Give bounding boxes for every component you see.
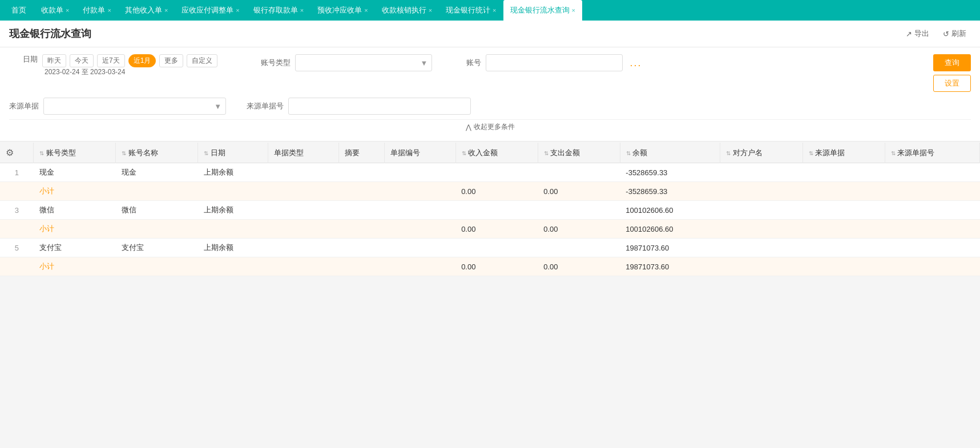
col-header-account-name[interactable]: ⇅ 账号名称 [116,143,198,163]
cell-balance: 19871073.60 [620,257,720,276]
cell-date: 上期余额 [198,239,268,257]
settings-button[interactable]: 设置 [933,75,971,92]
cell-counterpart [720,163,802,182]
tab-close-icon[interactable]: × [364,7,368,14]
source-doc-no-filter: 来源单据号 [247,98,471,115]
tab-label: 付款单 [83,5,105,15]
filter-area: 日期 昨天今天近7天近1月更多自定义 2023-02-24 至 2023-03-… [0,47,980,142]
collapse-up-icon: ⋀ [466,123,471,131]
cell-source-doc [802,163,885,182]
cell-summary [339,201,385,220]
account-type-filter: 账号类型 ▼ [261,54,432,71]
source-doc-no-label: 来源单据号 [247,101,284,111]
cell-summary [339,239,385,257]
cell-account-name: 微信 [116,201,198,220]
cell-doc-type [268,182,339,201]
col-header-balance[interactable]: ⇅ 余额 [620,143,720,163]
nav-tab-ar-adjust[interactable]: 应收应付调整单× [175,0,246,21]
cell-num [0,182,34,201]
date-btn-近1月[interactable]: 近1月 [128,54,156,67]
nav-tab-cash-bank-flow[interactable]: 现金银行流水查询× [503,0,582,21]
tab-close-icon[interactable]: × [429,7,432,14]
cell-income: 0.00 [455,182,538,201]
cell-expense: 0.00 [538,257,620,276]
tab-label: 收款单 [41,5,63,15]
col-header-source-doc-no[interactable]: ⇅ 来源单据号 [885,143,979,163]
tab-close-icon[interactable]: × [66,7,69,14]
nav-tab-collection-exec[interactable]: 收款核销执行× [375,0,439,21]
date-label: 日期 [9,54,38,64]
date-btn-更多[interactable]: 更多 [159,54,183,67]
refresh-button[interactable]: ↺ 刷新 [938,26,971,41]
cell-source-doc-no [885,257,979,276]
cell-doc-type [268,220,339,239]
cell-balance: 19871073.60 [620,239,720,257]
gear-icon[interactable]: ⚙ [6,148,14,158]
date-btn-今天[interactable]: 今天 [70,54,94,67]
cell-doc-type [268,257,339,276]
tab-close-icon[interactable]: × [164,7,168,14]
account-no-input[interactable] [486,54,623,71]
account-type-label: 账号类型 [261,58,291,68]
cell-source-doc [802,239,885,257]
cell-account-name: 支付宝 [116,239,198,257]
sort-icon: ⇅ [891,150,896,156]
date-btn-近7天[interactable]: 近7天 [97,54,125,67]
col-header-date[interactable]: ⇅ 日期 [198,143,268,163]
cell-counterpart [720,182,802,201]
nav-tab-other-income[interactable]: 其他收入单× [118,0,175,21]
sort-icon: ⇅ [122,150,126,156]
cell-account-type: 小计 [34,257,116,276]
cell-income [455,239,538,257]
col-header-doc-type: 单据类型 [268,143,339,163]
col-header-account-type[interactable]: ⇅ 账号类型 [34,143,116,163]
cell-source-doc-no [885,182,979,201]
table-row: 小计0.000.00-3528659.33 [0,182,980,201]
cell-source-doc [802,257,885,276]
tab-label: 现金银行统计 [446,5,490,15]
refresh-icon: ↺ [943,30,949,38]
sort-icon: ⇅ [462,150,466,156]
tab-close-icon[interactable]: × [236,7,239,14]
nav-tab-cash-bank-stat[interactable]: 现金银行统计× [439,0,503,21]
source-doc-no-input[interactable] [288,98,471,115]
nav-tab-payment[interactable]: 付款单× [76,0,118,21]
nav-tab-receipt[interactable]: 收款单× [34,0,76,21]
nav-home[interactable]: 首页 [5,3,33,18]
date-btn-昨天[interactable]: 昨天 [42,54,66,67]
col-header-counterpart[interactable]: ⇅ 对方户名 [720,143,802,163]
account-type-select-wrapper: ▼ [295,54,432,71]
cell-expense [538,163,620,182]
cell-source-doc-no [885,201,979,220]
cell-doc-type [268,239,339,257]
cell-doc-type [268,201,339,220]
tab-label: 应收应付调整单 [182,5,233,15]
more-options-button[interactable]: ... [627,57,644,69]
cell-balance: 100102606.60 [620,220,720,239]
date-btn-自定义[interactable]: 自定义 [187,54,217,67]
col-header-expense[interactable]: ⇅ 支出金额 [538,143,620,163]
source-doc-select[interactable] [43,98,226,115]
col-header-income[interactable]: ⇅ 收入金额 [455,143,538,163]
cell-num: 1 [0,163,34,182]
cell-date [198,220,268,239]
export-button[interactable]: ↗ 导出 [901,26,934,41]
account-no-label: 账号 [453,58,481,68]
nav-tab-bank-deposit[interactable]: 银行存取款单× [247,0,310,21]
col-header-summary: 摘要 [339,143,385,163]
source-doc-filter: 来源单据 ▼ [9,98,226,115]
top-navigation: 首页 收款单×付款单×其他收入单×应收应付调整单×银行存取款单×预收冲应收单×收… [0,0,980,21]
cell-summary [339,163,385,182]
tab-close-icon[interactable]: × [493,7,496,14]
date-buttons: 昨天今天近7天近1月更多自定义 [42,54,217,67]
nav-tab-pre-receipt[interactable]: 预收冲应收单× [310,0,374,21]
tab-label: 预收冲应收单 [317,5,362,15]
col-header-source-doc[interactable]: ⇅ 来源单据 [802,143,885,163]
query-button[interactable]: 查询 [933,54,971,71]
tab-close-icon[interactable]: × [300,7,304,14]
tab-close-icon[interactable]: × [572,7,575,14]
tab-close-icon[interactable]: × [107,7,111,14]
collapse-filter-button[interactable]: ⋀ 收起更多条件 [9,119,971,134]
account-type-select[interactable] [295,54,432,71]
table-row: 5支付宝支付宝上期余额19871073.60 [0,239,980,257]
